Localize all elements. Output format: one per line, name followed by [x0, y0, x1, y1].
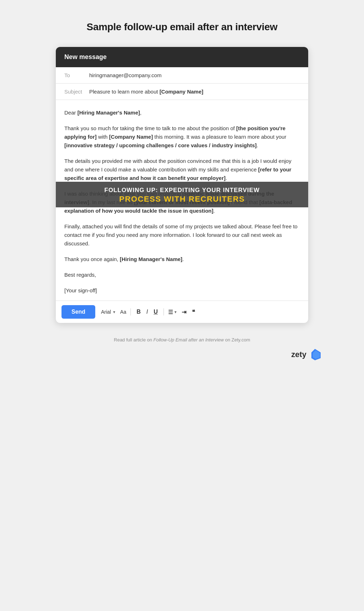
signoff: [Your sign-off]: [64, 286, 300, 295]
align-button[interactable]: ☰ ▼: [168, 309, 177, 315]
subject-company: [Company Name]: [160, 89, 203, 95]
hiring-manager-name: [Hiring Manager's Name]: [77, 110, 140, 116]
indent-button[interactable]: ⇥: [180, 308, 188, 316]
font-chevron-icon: ▼: [112, 310, 116, 314]
subject-label: Subject: [64, 89, 89, 95]
footer-text-before: Read full article on: [114, 337, 152, 342]
paragraph-4: Finally, attached you will find the deta…: [64, 222, 300, 248]
email-body: Dear [Hiring Manager's Name], Thank you …: [56, 100, 308, 301]
email-card: New message To hiringmanager@company.com…: [56, 47, 308, 323]
align-icon: ☰: [168, 309, 173, 315]
closing: Best regards,: [64, 271, 300, 279]
thanks-line: Thank you once again, [Hiring Manager's …: [64, 255, 300, 264]
subject-field: Subject Pleasure to learn more about [Co…: [56, 84, 308, 100]
font-name: Arial: [101, 309, 111, 315]
footer-link-text[interactable]: Follow-Up Email after an Interview: [154, 337, 224, 342]
footer-text-after: on Zety.com: [225, 337, 250, 342]
subject-value[interactable]: Pleasure to learn more about [Company Na…: [89, 89, 203, 95]
font-size-button[interactable]: Aa: [120, 309, 126, 315]
send-button[interactable]: Send: [61, 305, 95, 319]
overlay-line2: PROCESS WITH RECRUITERS: [63, 195, 301, 204]
quote-icon: ❝: [192, 309, 195, 315]
footer-text: Read full article on Follow-Up Email aft…: [28, 337, 336, 342]
align-chevron-icon: ▼: [174, 310, 177, 314]
bold-button[interactable]: B: [135, 308, 142, 316]
quote-button[interactable]: ❝: [191, 308, 197, 316]
to-value[interactable]: hiringmanager@company.com: [89, 72, 161, 78]
footer-logo: zety: [28, 348, 336, 361]
paragraph-1: Thank you so much for taking the time to…: [64, 124, 300, 150]
email-toolbar: Send Arial ▼ Aa B I U ☰ ▼ ⇥ ❝: [56, 301, 308, 323]
zety-logo-icon: [309, 348, 321, 361]
indent-icon: ⇥: [182, 309, 186, 315]
italic-button[interactable]: I: [145, 308, 149, 316]
zety-brand-text: zety: [291, 350, 306, 359]
greeting: Dear [Hiring Manager's Name],: [64, 108, 300, 117]
page-title: Sample follow-up email after an intervie…: [87, 21, 278, 33]
toolbar-separator-1: [130, 308, 131, 315]
toolbar-separator-2: [164, 308, 164, 315]
to-field: To hiringmanager@company.com: [56, 67, 308, 84]
to-label: To: [64, 72, 89, 78]
underline-button[interactable]: U: [152, 308, 159, 316]
overlay-line1: FOLLOWING UP: EXPEDITING YOUR INTERVIEW: [63, 187, 301, 194]
footer: Read full article on Follow-Up Email aft…: [28, 337, 336, 361]
paragraph-2: The details you provided me with about t…: [64, 157, 300, 182]
email-header-title: New message: [64, 53, 107, 60]
overlay-banner: FOLLOWING UP: EXPEDITING YOUR INTERVIEW …: [56, 182, 308, 207]
font-selector[interactable]: Arial ▼: [101, 309, 116, 315]
email-header: New message: [56, 47, 308, 67]
